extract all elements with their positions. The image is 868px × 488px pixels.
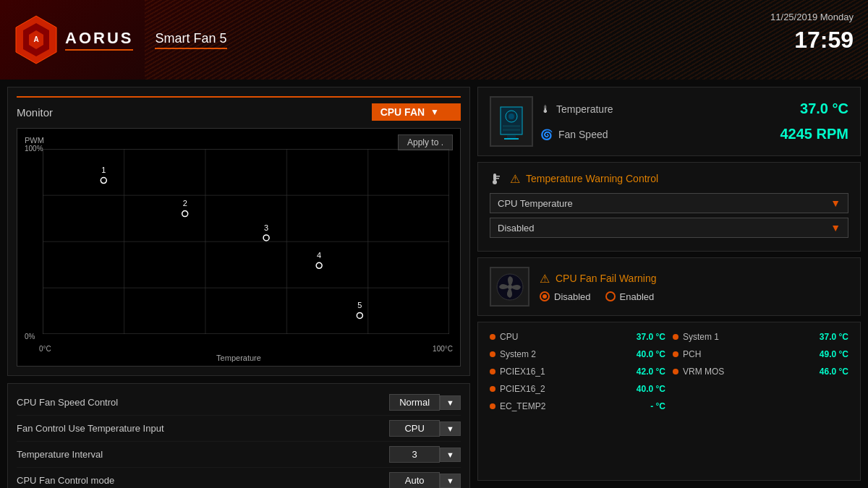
svg-text:5: 5 — [357, 301, 362, 309]
interval-value[interactable]: 3 ▼ — [389, 446, 461, 463]
mode-btn[interactable]: Auto — [389, 472, 440, 488]
fanfail-disabled-option[interactable]: Disabled — [540, 291, 591, 302]
app-title: Smart Fan 5 — [155, 31, 226, 49]
disabled-dropdown-value: Disabled — [498, 223, 535, 234]
sensor-system1: System 1 37.0 °C — [673, 330, 848, 344]
sensor-value: 37.0 °C — [637, 332, 665, 342]
temp-fan-info: 🌡 Temperature 37.0 °C 🌀 Fan Speed 4245 R… — [540, 96, 848, 147]
fanfail-controls: ⚠ CPU Fan Fail Warning Disabled Enabled — [540, 272, 848, 302]
temp-warning-title: ⚠ Temperature Warning Control — [490, 171, 848, 186]
mode-arrow[interactable]: ▼ — [440, 474, 461, 488]
sensor-empty — [673, 382, 848, 396]
fanfail-inner: ⚠ CPU Fan Fail Warning Disabled Enabled — [490, 267, 848, 307]
temp-axis-label: Temperature — [216, 354, 261, 362]
date-display: 11/25/2019 Monday — [770, 11, 854, 24]
cpu-temp-dropdown[interactable]: CPU Temperature ▼ — [490, 193, 848, 213]
svg-rect-26 — [503, 129, 520, 131]
pct-100-label: 100% — [25, 145, 43, 153]
enabled-radio-label: Enabled — [620, 291, 655, 302]
fan-icon-box — [490, 267, 529, 307]
svg-point-14 — [263, 235, 269, 241]
enabled-radio[interactable] — [605, 291, 616, 301]
disabled-radio[interactable] — [540, 291, 550, 301]
sensor-vrmmos: VRM MOS 46.0 °C — [673, 364, 848, 379]
fanspeed-value[interactable]: Normal ▼ — [389, 394, 461, 411]
sensor-dot — [490, 351, 495, 357]
fanspeed-btn[interactable]: Normal — [389, 394, 440, 411]
monitor-title: Monitor — [17, 106, 53, 119]
temp-0-label: 0°C — [39, 345, 51, 353]
tempinput-value[interactable]: CPU ▼ — [389, 420, 461, 437]
sensor-value: 42.0 °C — [637, 367, 665, 377]
sensor-system2: System 2 40.0 °C — [490, 347, 665, 361]
temperature-label: Temperature — [556, 103, 613, 115]
svg-point-16 — [357, 312, 362, 318]
temp-100-label: 100°C — [433, 345, 453, 353]
thermometer-warning-icon — [490, 171, 504, 186]
svg-text:2: 2 — [183, 199, 187, 207]
left-panel: Monitor CPU FAN ▼ PWM 100% 0% 0°C 100°C … — [7, 87, 470, 481]
sensor-value: 49.0 °C — [820, 349, 848, 359]
svg-rect-28 — [504, 138, 519, 140]
fanfail-radio-group: Disabled Enabled — [540, 291, 848, 302]
temperature-label-group: 🌡 Temperature — [540, 103, 613, 115]
svg-point-12 — [101, 178, 106, 184]
sensor-value: 46.0 °C — [820, 367, 848, 377]
mode-value[interactable]: Auto ▼ — [389, 472, 461, 488]
pct-0-label: 0% — [25, 333, 35, 341]
main-content: Monitor CPU FAN ▼ PWM 100% 0% 0°C 100°C … — [0, 80, 868, 488]
logo-text: AORUS — [65, 29, 133, 51]
sensors-grid: CPU 37.0 °C System 1 37.0 °C System 2 40… — [490, 330, 848, 414]
svg-text:3: 3 — [264, 223, 268, 232]
sensor-name: System 1 — [683, 332, 815, 342]
temperature-value: 37.0 °C — [800, 100, 848, 117]
fan-spin-icon: 🌀 — [540, 129, 553, 140]
monitor-header: Monitor CPU FAN ▼ — [17, 103, 461, 121]
svg-text:1: 1 — [101, 166, 106, 174]
sensor-name: CPU — [500, 332, 632, 342]
sensor-name: PCH — [683, 349, 815, 359]
sensor-value: 40.0 °C — [637, 349, 665, 359]
disabled-dropdown[interactable]: Disabled ▼ — [490, 218, 848, 238]
interval-btn[interactable]: 3 — [389, 446, 440, 463]
sensor-value: 37.0 °C — [820, 332, 848, 342]
svg-rect-27 — [507, 135, 516, 138]
sensor-name: EC_TEMP2 — [500, 401, 646, 411]
temp-fan-card: 🌡 Temperature 37.0 °C 🌀 Fan Speed 4245 R… — [477, 87, 861, 156]
fanspeed-label-group: 🌀 Fan Speed — [540, 129, 608, 140]
fanspeed-arrow[interactable]: ▼ — [440, 395, 461, 410]
sensor-name: VRM MOS — [683, 367, 815, 377]
svg-rect-29 — [493, 174, 496, 181]
mode-label: CPU Fan Control mode — [17, 475, 114, 486]
sensor-pciex16-1: PCIEX16_1 42.0 °C — [490, 364, 665, 379]
cpu-temp-dropdown-arrow: ▼ — [830, 197, 841, 209]
sensor-name: PCIEX16_2 — [500, 384, 632, 394]
tempinput-btn[interactable]: CPU — [389, 420, 440, 437]
fanfail-label: CPU Fan Fail Warning — [556, 273, 657, 284]
fanfail-enabled-option[interactable]: Enabled — [605, 291, 655, 302]
section-divider — [17, 96, 461, 98]
tempinput-arrow[interactable]: ▼ — [440, 421, 461, 436]
sensor-name: PCIEX16_1 — [500, 367, 632, 377]
interval-arrow[interactable]: ▼ — [440, 448, 461, 462]
svg-rect-31 — [496, 176, 500, 177]
disabled-dropdown-arrow: ▼ — [830, 222, 841, 234]
svg-text:A: A — [33, 35, 38, 43]
monitor-section: Monitor CPU FAN ▼ PWM 100% 0% 0°C 100°C … — [7, 87, 470, 376]
computer-icon — [497, 103, 526, 140]
fan-curve-graph: 1 2 3 4 5 — [43, 149, 449, 334]
apply-button[interactable]: Apply to . — [398, 134, 453, 150]
fan-icon — [495, 273, 524, 301]
control-row-interval: Temperature Interval 3 ▼ — [17, 442, 461, 468]
sensors-card: CPU 37.0 °C System 1 37.0 °C System 2 40… — [477, 322, 861, 481]
header: A AORUS Smart Fan 5 11/25/2019 Monday 17… — [0, 0, 868, 80]
datetime: 11/25/2019 Monday 17:59 — [770, 11, 854, 56]
fanfail-warning-icon: ⚠ — [540, 272, 550, 286]
fanspeed-value: 4245 RPM — [780, 126, 849, 142]
sensor-value: 40.0 °C — [637, 384, 665, 394]
sensor-dot — [673, 351, 678, 357]
control-row-tempinput: Fan Control Use Temperature Input CPU ▼ — [17, 416, 461, 442]
right-panel: 🌡 Temperature 37.0 °C 🌀 Fan Speed 4245 R… — [470, 87, 861, 481]
svg-point-30 — [493, 180, 497, 184]
monitor-dropdown[interactable]: CPU FAN ▼ — [372, 103, 461, 121]
